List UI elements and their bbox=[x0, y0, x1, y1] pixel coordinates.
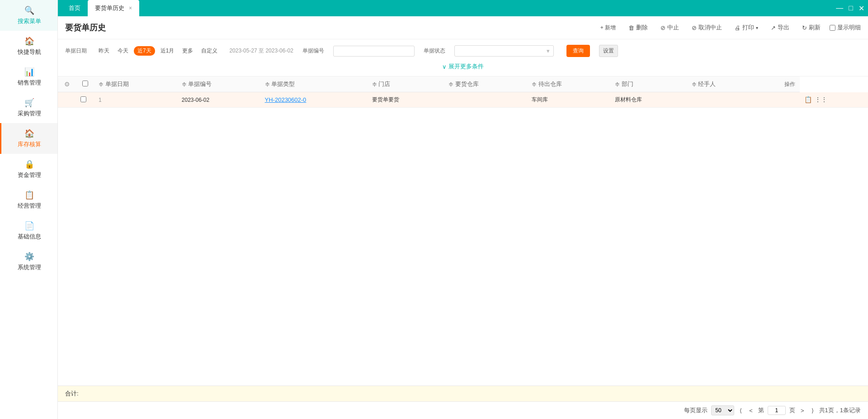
doc-status-select[interactable]: ▾ bbox=[454, 45, 554, 57]
page-input[interactable] bbox=[768, 406, 786, 415]
sidebar-item-sales[interactable]: 📊销售管理 bbox=[0, 62, 57, 92]
main-area: 首页要货单历史× — □ ✕ 要货单历史 + 新增 🗑 删除 ⊘ 中止 ⊘ bbox=[58, 0, 868, 419]
per-page-select[interactable]: 50 100 200 bbox=[711, 405, 734, 415]
search-menu-label: 搜索菜单 bbox=[18, 17, 41, 25]
query-button[interactable]: 查询 bbox=[566, 45, 590, 57]
doc-number-input[interactable] bbox=[333, 46, 415, 57]
sidebar-item-operations[interactable]: 📋经营管理 bbox=[0, 185, 57, 215]
date-btn-近1月[interactable]: 近1月 bbox=[158, 46, 177, 56]
table-footer: 合计: bbox=[58, 386, 868, 401]
th-doc-date: ≑ 单据日期 bbox=[94, 76, 177, 92]
operations-icon: 📋 bbox=[24, 190, 34, 200]
sidebar-item-system[interactable]: ⚙️系统管理 bbox=[0, 246, 57, 277]
window-controls: — □ ✕ bbox=[836, 4, 864, 13]
row-select-0[interactable] bbox=[80, 96, 86, 102]
operations-label: 经营管理 bbox=[18, 202, 41, 210]
date-btn-昨天[interactable]: 昨天 bbox=[96, 46, 112, 56]
print-button[interactable]: 🖨 打印 ▾ bbox=[731, 22, 762, 33]
prev-page-btn[interactable]: < bbox=[747, 406, 755, 415]
chevron-down-icon: ▾ bbox=[547, 48, 550, 54]
inventory-label: 库存核算 bbox=[18, 140, 41, 148]
date-btn-更多[interactable]: 更多 bbox=[179, 46, 196, 56]
date-label: 单据日期 bbox=[65, 47, 87, 55]
date-buttons: 昨天今天近7天近1月更多自定义 bbox=[96, 46, 220, 56]
doc-link-0[interactable]: YH-20230602-0 bbox=[265, 96, 307, 103]
chevron-down-icon: ∨ bbox=[442, 63, 447, 70]
sidebar-item-basic-info[interactable]: 📄基础信息 bbox=[0, 215, 57, 246]
next-page-btn[interactable]: > bbox=[799, 406, 806, 415]
row-doc-type-0: 要货单要货 bbox=[368, 92, 444, 108]
date-btn-近7天[interactable]: 近7天 bbox=[134, 46, 155, 56]
delete-icon: 🗑 bbox=[628, 24, 634, 31]
system-icon: ⚙️ bbox=[24, 252, 34, 262]
purchase-label: 采购管理 bbox=[18, 110, 41, 118]
table-row: 1 2023-06-02 YH-20230602-0 要货单要货 车间库 原材料… bbox=[58, 92, 868, 108]
row-actions-0: 📋 ⋮⋮ bbox=[800, 92, 868, 108]
refresh-button[interactable]: ↻ 刷新 bbox=[798, 22, 824, 33]
page-title: 要货单历史 bbox=[65, 22, 597, 33]
tab-home[interactable]: 首页 bbox=[61, 0, 88, 16]
filter-row-1: 单据日期 昨天今天近7天近1月更多自定义 2023-05-27 至 2023-0… bbox=[65, 45, 861, 57]
tab-bar: 首页要货单历史× — □ ✕ bbox=[58, 0, 868, 16]
tab-close-requisition-history[interactable]: × bbox=[129, 5, 132, 11]
date-btn-自定义[interactable]: 自定义 bbox=[198, 46, 220, 56]
tab-label-home: 首页 bbox=[69, 4, 80, 12]
quick-nav-icon: 🏠 bbox=[24, 36, 34, 46]
row-more-btn-0[interactable]: ⋮⋮ bbox=[815, 96, 827, 103]
row-doc-date-0: 2023-06-02 bbox=[177, 92, 260, 108]
expand-more-btn[interactable]: ∨ 展开更多条件 bbox=[435, 61, 491, 72]
sidebar-item-search-menu[interactable]: 🔍搜索菜单 bbox=[0, 0, 57, 31]
last-page-btn[interactable]: ⟩ bbox=[810, 406, 816, 415]
add-button[interactable]: + 新增 bbox=[597, 22, 619, 33]
maximize-btn[interactable]: □ bbox=[849, 4, 853, 12]
th-department: ≑ 部门 bbox=[610, 76, 687, 92]
row-num-0: 1 bbox=[94, 92, 177, 108]
th-doc-type: ≑ 单据类型 bbox=[260, 76, 368, 92]
row-department-0 bbox=[687, 92, 758, 108]
tab-label-requisition-history: 要货单历史 bbox=[95, 4, 124, 12]
row-req-warehouse-0: 车间库 bbox=[527, 92, 610, 108]
th-handler: ≑ 经手人 bbox=[687, 76, 758, 92]
inventory-icon: 🏠 bbox=[24, 129, 34, 138]
export-icon: ↗ bbox=[771, 24, 776, 31]
th-checkbox bbox=[76, 76, 94, 92]
basic-info-label: 基础信息 bbox=[18, 233, 41, 241]
date-range: 2023-05-27 至 2023-06-02 bbox=[229, 47, 293, 55]
display-cell-input[interactable] bbox=[830, 25, 835, 31]
cancel-stop-button[interactable]: ⊘ 取消中止 bbox=[688, 22, 726, 33]
settings-button[interactable]: 设置 bbox=[599, 45, 618, 57]
column-settings-icon[interactable]: ⚙ bbox=[64, 81, 70, 88]
table-area: ⚙ ≑ 单据日期 ≑ 单据编号 ≑ 单据类型 bbox=[58, 76, 868, 386]
th-req-warehouse: ≑ 要货仓库 bbox=[444, 76, 527, 92]
print-icon: 🖨 bbox=[735, 24, 741, 31]
sidebar-item-quick-nav[interactable]: 🏠快捷导航 bbox=[0, 31, 57, 62]
print-dropdown-icon: ▾ bbox=[756, 25, 758, 30]
doc-number-label: 单据编号 bbox=[302, 47, 324, 55]
display-cell-checkbox[interactable]: 显示明细 bbox=[830, 24, 861, 32]
select-all-checkbox[interactable] bbox=[82, 81, 88, 86]
first-page-btn[interactable]: ⟨ bbox=[738, 406, 744, 415]
toolbar: + 新增 🗑 删除 ⊘ 中止 ⊘ 取消中止 🖨 打印 ▾ bbox=[597, 22, 861, 33]
delete-button[interactable]: 🗑 删除 bbox=[625, 22, 651, 33]
date-btn-今天[interactable]: 今天 bbox=[115, 46, 131, 56]
sidebar-item-inventory[interactable]: 🏠库存核算 bbox=[0, 123, 57, 154]
finance-icon: 🔒 bbox=[24, 159, 34, 169]
stop-button[interactable]: ⊘ 中止 bbox=[657, 22, 683, 33]
row-doc-number-0: YH-20230602-0 bbox=[260, 92, 368, 108]
stop-icon: ⊘ bbox=[660, 24, 665, 31]
row-edit-btn-0[interactable]: 📋 bbox=[804, 96, 812, 103]
finance-label: 资金管理 bbox=[18, 171, 41, 179]
refresh-icon: ↻ bbox=[802, 24, 807, 31]
pagination-summary: 共1页，1条记录 bbox=[819, 406, 861, 414]
sidebar-item-finance[interactable]: 🔒资金管理 bbox=[0, 154, 57, 185]
export-button[interactable]: ↗ 导出 bbox=[767, 22, 793, 33]
sidebar-item-purchase[interactable]: 🛒采购管理 bbox=[0, 92, 57, 123]
cancel-stop-icon: ⊘ bbox=[692, 24, 697, 31]
close-btn[interactable]: ✕ bbox=[859, 4, 864, 13]
row-pending-warehouse-0: 原材料仓库 bbox=[610, 92, 687, 108]
page-label: 第 bbox=[758, 406, 764, 414]
row-store-0 bbox=[444, 92, 527, 108]
doc-status-label: 单据状态 bbox=[424, 47, 445, 55]
tab-requisition-history[interactable]: 要货单历史× bbox=[88, 0, 139, 16]
minimize-btn[interactable]: — bbox=[836, 4, 843, 12]
